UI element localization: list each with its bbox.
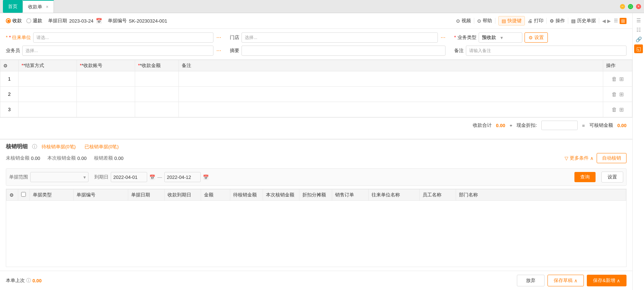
print-button[interactable]: 🖨 打印 [528, 17, 543, 24]
tab-pending[interactable]: 待核销单据(0笔) [42, 144, 76, 150]
video-button[interactable]: ⊙ 视频 [456, 17, 471, 24]
col-settle-header: **结算方式 [19, 60, 77, 71]
biz-type-select[interactable]: 预收款 ▾ [479, 32, 522, 43]
summary-field: 摘要 [230, 46, 445, 56]
row-remark-3[interactable] [179, 102, 603, 117]
radio-dot-collection [7, 20, 10, 22]
sidebar-table-icon[interactable]: ☷ [634, 26, 643, 34]
save-draft-button[interactable]: 保存草稿 ∧ [547, 275, 584, 286]
delete-icon-1[interactable]: 🗑 [612, 76, 617, 82]
col-amount-header-b: 金额 [201, 189, 230, 201]
row-settle-3[interactable] [19, 102, 77, 117]
salesman-more-icon[interactable]: ··· [216, 47, 221, 54]
row-account-1[interactable] [77, 71, 135, 87]
history-button[interactable]: ▤ 历史单据 [571, 17, 596, 24]
remark-input[interactable]: 请输入备注 [466, 46, 627, 56]
auto-writeoff-button[interactable]: 自动核销 [597, 153, 627, 163]
tab-close-icon[interactable]: × [46, 4, 48, 9]
due-date-to[interactable]: 2022-04-12 [164, 172, 201, 182]
tab-collection[interactable]: 收款单 × [23, 0, 54, 13]
col-remark-header: 备注 [179, 60, 603, 71]
filter-more-link[interactable]: ▽ 更多条件 ∧ [565, 155, 594, 161]
store-more-icon[interactable]: ··· [441, 34, 445, 41]
calendar-from-icon[interactable]: 📅 [149, 175, 155, 180]
calendar-to-icon[interactable]: 📅 [203, 175, 209, 180]
list-view-icon[interactable]: ☰ [614, 18, 618, 24]
plus-sign: + [510, 123, 513, 128]
shortcut-button[interactable]: ▤ 快捷键 [498, 16, 525, 26]
divider-4 [568, 18, 568, 24]
grid-view-icon[interactable]: ⊞ [620, 18, 627, 24]
calendar-icon[interactable]: 📅 [96, 18, 102, 24]
copy-icon-3[interactable]: ⊞ [619, 106, 624, 113]
delete-icon-2[interactable]: 🗑 [612, 91, 617, 97]
delete-icon-3[interactable]: 🗑 [612, 106, 617, 113]
row-remark-1[interactable] [179, 71, 603, 87]
remark-label: 备注 [454, 47, 464, 54]
range-select[interactable]: ▾ [30, 172, 89, 182]
sidebar-expand-icon[interactable]: ◱ [634, 44, 643, 53]
row-amount-3[interactable] [135, 102, 179, 117]
row-amount-2[interactable] [135, 87, 179, 102]
window-close-button[interactable]: × [636, 4, 641, 9]
col-settings[interactable]: ⚙ [0, 60, 19, 71]
bottom-info-icon[interactable]: ⓘ [26, 277, 31, 284]
nav-prev-icon[interactable]: ◀ [602, 18, 606, 24]
store-input[interactable]: 选择... [242, 32, 437, 43]
col-checkbox[interactable] [18, 189, 30, 201]
radio-collection[interactable]: 收款 [6, 17, 22, 24]
help-button[interactable]: ⊙ 帮助 [477, 17, 492, 24]
divider-1 [474, 18, 474, 24]
row-account-2[interactable] [77, 87, 135, 102]
row-settle-1[interactable] [19, 71, 77, 87]
biz-settings-button[interactable]: ⚙ 设置 [525, 32, 548, 43]
window-maximize-button[interactable]: □ [628, 4, 633, 9]
tab-home[interactable]: 首页 [3, 0, 23, 13]
row-account-3[interactable] [77, 102, 135, 117]
sidebar-list-icon[interactable]: ☰ [634, 16, 643, 25]
radio-refund[interactable]: 退款 [26, 17, 42, 24]
discount-input[interactable] [541, 121, 578, 130]
remark-placeholder: 请输入备注 [469, 48, 491, 54]
writeoff-info-icon[interactable]: ⓘ [32, 144, 37, 150]
operation-button[interactable]: ⚙ 操作 [550, 17, 565, 24]
nav-arrows: ◀ ▶ [602, 18, 611, 24]
select-all-checkbox[interactable] [21, 192, 26, 197]
partner-input[interactable]: 请选... [33, 32, 213, 43]
range-field: 单据范围 ▾ [9, 172, 89, 182]
salesman-input[interactable]: 选择... [22, 46, 213, 56]
due-label: 到期日 [94, 174, 109, 180]
window-minimize-button[interactable]: − [620, 4, 625, 9]
tab-done[interactable]: 已核销单据(0笔) [85, 144, 119, 150]
store-placeholder: 选择... [245, 35, 257, 41]
biz-type-field: * 业务类型 预收款 ▾ ⚙ 设置 [454, 32, 627, 43]
copy-icon-1[interactable]: ⊞ [619, 76, 624, 82]
query-settings-button[interactable]: 设置 [601, 172, 623, 183]
col-settings-bottom[interactable]: ⚙ [7, 189, 18, 201]
sidebar-attach-icon[interactable]: 🔗 [634, 35, 643, 44]
abandon-button[interactable]: 放弃 [517, 275, 545, 286]
tab-home-label: 首页 [8, 3, 17, 10]
nav-next-icon[interactable]: ▶ [607, 18, 611, 24]
row-remark-2[interactable] [179, 87, 603, 102]
date-field: 单据日期 2023-03-24 📅 [48, 17, 102, 24]
row-action-1: 🗑 ⊞ [603, 71, 632, 87]
window-controls: − □ × [620, 4, 641, 9]
partner-more-icon[interactable]: ··· [216, 34, 221, 41]
copy-icon-2[interactable]: ⊞ [619, 91, 624, 98]
query-button[interactable]: 查询 [574, 172, 596, 182]
summary-row: 收款合计 0.00 + 现金折扣: = 可核销金额 0.00 [0, 117, 632, 133]
row-action-2: 🗑 ⊞ [603, 87, 632, 102]
table-area: ⚙ **结算方式 **收款账号 **收款金额 备注 操作 [0, 60, 632, 136]
row-amount-1[interactable] [135, 71, 179, 87]
bottom-table-wrap: ⚙ 单据类型 单据编号 单据日期 [6, 189, 627, 267]
history-icon: ▤ [571, 18, 576, 24]
row-settle-2[interactable] [19, 87, 77, 102]
radio-group: 收款 退款 [6, 17, 42, 24]
due-date-from[interactable]: 2022-04-01 [111, 172, 147, 182]
table-row: 1 🗑 ⊞ [0, 71, 632, 87]
table-settings-icon[interactable]: ⚙ [3, 63, 8, 68]
save-new-button[interactable]: 保存&新增 ∧ [587, 275, 627, 286]
summary-input[interactable] [242, 46, 445, 56]
bottom-settings-icon[interactable]: ⚙ [9, 192, 14, 198]
